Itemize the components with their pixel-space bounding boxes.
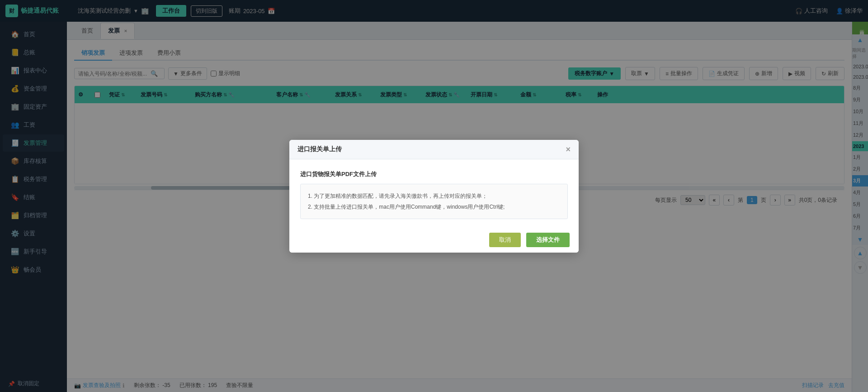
dialog-footer: 取消 选择文件 — [289, 227, 579, 253]
dialog-instruction-1: 1. 为了更加精准的数据匹配，请先录入海关缴款书，再上传对应的报关单； — [308, 191, 560, 201]
import-customs-dialog: 进口报关单上传 × 进口货物报关单PDF文件上传 1. 为了更加精准的数据匹配，… — [289, 140, 579, 253]
dialog-instruction-2: 2. 支持批量上传进口报关单，mac用户使用Command键，windows用户… — [308, 201, 560, 212]
dialog-overlay: 进口报关单上传 × 进口货物报关单PDF文件上传 1. 为了更加精准的数据匹配，… — [0, 0, 868, 392]
dialog-title: 进口报关单上传 — [297, 145, 342, 153]
dialog-header: 进口报关单上传 × — [289, 140, 579, 159]
cancel-button[interactable]: 取消 — [489, 233, 521, 247]
dialog-section-title: 进口货物报关单PDF文件上传 — [300, 170, 568, 178]
dialog-info-box: 1. 为了更加精准的数据匹配，请先录入海关缴款书，再上传对应的报关单； 2. 支… — [300, 184, 568, 219]
dialog-body: 进口货物报关单PDF文件上传 1. 为了更加精准的数据匹配，请先录入海关缴款书，… — [289, 159, 579, 227]
dialog-close-button[interactable]: × — [566, 145, 571, 153]
select-file-button[interactable]: 选择文件 — [526, 233, 570, 247]
